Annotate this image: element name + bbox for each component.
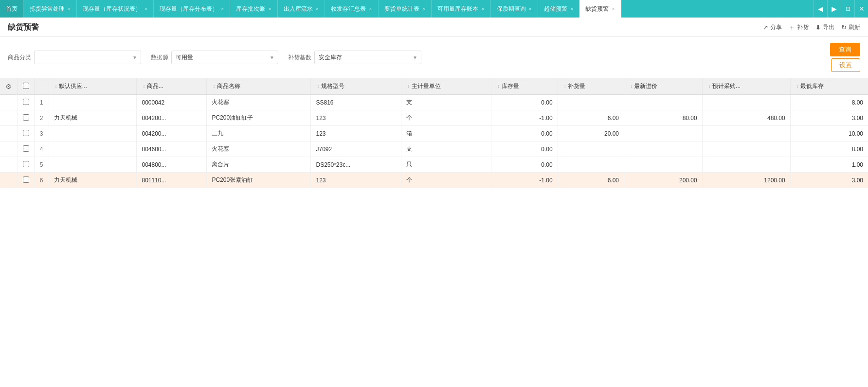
td-est-5: 1200.00 (702, 173, 790, 188)
td-gear-2 (0, 126, 18, 141)
row-checkbox-5[interactable] (23, 176, 29, 183)
select-all-checkbox[interactable] (23, 83, 29, 89)
row-checkbox-3[interactable] (23, 145, 29, 152)
tab-close-all-button[interactable]: ✕ (854, 0, 868, 18)
td-spec-0: SS816 (311, 95, 401, 110)
sort-spec-icon[interactable]: ↕ (317, 84, 319, 89)
td-supplier-0 (49, 95, 137, 110)
sort-name-icon[interactable]: ↕ (213, 84, 215, 89)
td-replenish-0 (558, 95, 624, 110)
filter-bar: 商品分类 ▼ 数据源 可用量 ▼ 补货基数 安全库存 (0, 37, 868, 78)
row-checkbox-1[interactable] (23, 114, 29, 121)
td-stock-5: -1.00 (491, 173, 558, 188)
query-button[interactable]: 查询 (830, 43, 860, 56)
td-replenish-2: 20.00 (558, 126, 624, 141)
sort-est-icon[interactable]: ↕ (708, 84, 711, 89)
tab-shortage-warning[interactable]: 缺货预警 × (579, 0, 621, 18)
replenish-button[interactable]: ＋ 补货 (789, 23, 809, 32)
tab-close-2[interactable]: × (144, 6, 147, 12)
sort-unit-icon[interactable]: ↕ (407, 84, 410, 89)
tab-batch-account[interactable]: 库存批次账 × (230, 0, 277, 18)
export-button[interactable]: ⬇ 导出 (815, 23, 834, 32)
sort-min-icon[interactable]: ↕ (796, 84, 799, 89)
tab-close-5[interactable]: × (316, 6, 319, 12)
td-code-5: 801110... (137, 173, 207, 188)
table-row: 6 力天机械 801110... PC200张紧油缸 123 个 -1.00 6… (0, 173, 868, 188)
tab-close-8[interactable]: × (481, 6, 484, 12)
table-header-row: ⚙ ↕ 默认供应... ↕ 商品... ↕ (0, 78, 868, 95)
td-cb-3[interactable] (18, 141, 34, 157)
tab-next-button[interactable]: ▶ (827, 0, 841, 18)
td-unit-3: 支 (401, 141, 491, 157)
settings-button[interactable]: 设置 (831, 58, 860, 72)
sort-stock-icon[interactable]: ↕ (497, 84, 500, 89)
td-stock-0: 0.00 (491, 95, 558, 110)
tab-inout-flow[interactable]: 出入库流水 × (278, 0, 325, 18)
page-header: 缺货预警 ↗ 分享 ＋ 补货 ⬇ 导出 ↻ 刷新 (0, 18, 868, 37)
td-code-2: 004200... (137, 126, 207, 141)
replenish-select[interactable]: 安全库存 (314, 51, 421, 64)
td-unit-4: 只 (401, 157, 491, 173)
sort-price-icon[interactable]: ↕ (630, 84, 633, 89)
table-body: 1 0000042 火花塞 SS816 支 0.00 8.00 2 力天机械 0… (0, 95, 868, 188)
tab-expiry-query[interactable]: 保质期查询 × (491, 0, 538, 18)
td-cb-4[interactable] (18, 157, 34, 173)
tab-picking-exception[interactable]: 拣货异常处理 × (24, 0, 77, 18)
filter-actions: 查询 设置 (830, 43, 860, 72)
category-select[interactable] (34, 51, 141, 64)
td-cb-0[interactable] (18, 95, 34, 110)
row-checkbox-4[interactable] (23, 161, 29, 167)
tab-demand-stats[interactable]: 要货单统计表 × (379, 0, 432, 18)
tab-overstock-warning[interactable]: 超储预警 × (538, 0, 579, 18)
td-cb-5[interactable] (18, 173, 34, 188)
td-gear-1 (0, 110, 18, 126)
export-icon: ⬇ (815, 24, 821, 31)
tab-current-stock-dist[interactable]: 现存量（库存分布表） × (154, 0, 230, 18)
category-label: 商品分类 (8, 53, 31, 62)
refresh-button[interactable]: ↻ 刷新 (841, 23, 860, 32)
td-cb-1[interactable] (18, 110, 34, 126)
td-supplier-2 (49, 126, 137, 141)
td-price-5: 200.00 (624, 173, 703, 188)
tab-nav-buttons: ◀ ▶ ⊡ ✕ (814, 0, 868, 18)
td-unit-0: 支 (401, 95, 491, 110)
td-code-1: 004200... (137, 110, 207, 126)
tab-close-3[interactable]: × (221, 6, 224, 12)
tab-close-6[interactable]: × (369, 6, 372, 12)
tab-current-stock-status[interactable]: 现存量（库存状况表） × (77, 0, 153, 18)
tab-close-1[interactable]: × (68, 6, 71, 12)
tab-close-10[interactable]: × (570, 6, 573, 12)
th-row-num (34, 78, 49, 95)
td-code-3: 004600... (137, 141, 207, 157)
td-gear-4 (0, 157, 18, 173)
tab-close-7[interactable]: × (422, 6, 425, 12)
th-gear[interactable]: ⚙ (0, 78, 18, 95)
tab-home[interactable]: 首页 (0, 0, 24, 18)
sort-replenish-icon[interactable]: ↕ (564, 84, 566, 89)
tab-close-9[interactable]: × (529, 6, 532, 12)
tab-prev-button[interactable]: ◀ (814, 0, 827, 18)
header-actions: ↗ 分享 ＋ 补货 ⬇ 导出 ↻ 刷新 (763, 23, 860, 32)
datasource-select[interactable]: 可用量 (171, 51, 278, 64)
td-gear-5 (0, 173, 18, 188)
tab-receipt-summary[interactable]: 收发存汇总表 × (325, 0, 378, 18)
column-settings-icon[interactable]: ⚙ (5, 83, 12, 90)
td-cb-2[interactable] (18, 126, 34, 141)
tab-close-11[interactable]: × (612, 6, 615, 12)
td-name-0: 火花塞 (207, 95, 311, 110)
sort-supplier-icon[interactable]: ↕ (55, 84, 57, 89)
tab-close-4[interactable]: × (268, 6, 271, 12)
row-checkbox-0[interactable] (23, 99, 29, 105)
td-supplier-5: 力天机械 (49, 173, 137, 188)
td-rownum-5: 6 (34, 173, 49, 188)
tab-restore-button[interactable]: ⊡ (841, 0, 854, 18)
tab-available-ledger[interactable]: 可用量库存账本 × (432, 0, 490, 18)
sort-code-icon[interactable]: ↕ (143, 84, 145, 89)
table-row: 3 004200... 三九 123 箱 0.00 20.00 10.00 (0, 126, 868, 141)
td-replenish-5: 6.00 (558, 173, 624, 188)
row-checkbox-2[interactable] (23, 130, 29, 136)
share-button[interactable]: ↗ 分享 (763, 23, 782, 32)
th-product-name: ↕ 商品名称 (207, 78, 311, 95)
th-stock-qty: ↕ 库存量 (491, 78, 558, 95)
page-content: 缺货预警 ↗ 分享 ＋ 补货 ⬇ 导出 ↻ 刷新 商品分类 (0, 18, 868, 387)
